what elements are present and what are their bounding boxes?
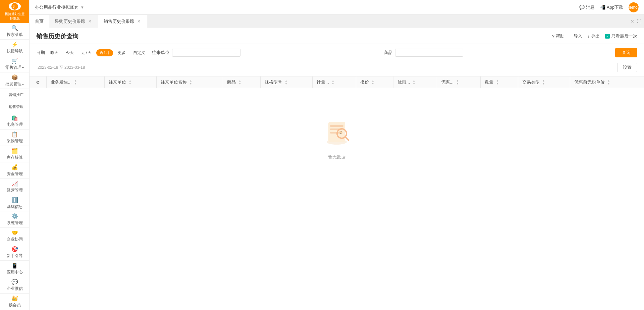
tab-close-icon[interactable]: ✕: [87, 19, 93, 24]
sidebar-item-label: 零售管理: [5, 65, 21, 70]
sidebar-item-app-center[interactable]: 📱 应用中心: [0, 261, 29, 277]
sidebar-item-enterprise-wechat[interactable]: 💬 企业微信: [0, 277, 29, 294]
only-last-checkbox[interactable]: ✓ 只看最后一次: [605, 33, 637, 39]
system-mgmt-icon: ⚙️: [11, 213, 18, 219]
page-header: 销售历史价查询 ? 帮助 ↑ 导入 ↓ 导出 ✓ 只看最后一次: [30, 28, 644, 44]
app-download-btn[interactable]: 📲 App下载: [600, 4, 623, 10]
th-spec[interactable]: 规格型号 ▲▼: [260, 76, 312, 88]
help-icon: ?: [552, 34, 554, 39]
th-product[interactable]: 商品 ▲▼: [223, 76, 261, 88]
product-label: 商品: [384, 50, 392, 56]
logo-icon: 6: [9, 2, 21, 10]
export-btn[interactable]: ↓ 导出: [588, 33, 600, 39]
import-btn[interactable]: ↑ 导入: [570, 33, 582, 39]
sort-icon: ▲▼: [542, 79, 545, 85]
date-btn-custom[interactable]: 自定义: [130, 49, 148, 56]
product-input[interactable]: [398, 50, 454, 55]
sort-icon: ▲▼: [332, 79, 334, 85]
partner-input-wrapper[interactable]: ···: [172, 49, 240, 57]
sidebar-item-label: 经营管理: [7, 188, 23, 193]
th-discount2-label: 优惠...: [441, 79, 453, 85]
enterprise-collab-icon: 🤝: [11, 229, 18, 236]
tab-sales-history[interactable]: 销售历史价跟踪 ✕: [98, 15, 147, 28]
sidebar-item-finance-mgmt[interactable]: 💰 资金管理: [0, 162, 29, 179]
query-button[interactable]: 查询: [615, 48, 637, 57]
date-btn-last7days[interactable]: 近7天: [78, 49, 94, 56]
sidebar-item-operation-mgmt[interactable]: 📈 经营管理: [0, 179, 29, 195]
close-all-icon[interactable]: ✕: [631, 19, 634, 24]
sidebar-item-system-mgmt[interactable]: ⚙️ 系统管理: [0, 211, 29, 228]
inventory-check-icon: 🗂️: [11, 148, 18, 154]
avatar[interactable]: demo2: [629, 2, 639, 12]
operation-mgmt-icon: 📈: [11, 180, 18, 187]
help-btn[interactable]: ? 帮助: [552, 33, 565, 39]
account-title: 办公用品行业模拟账套: [35, 4, 78, 10]
sidebar-item-search-menu[interactable]: 🔍 搜索菜单: [0, 23, 29, 40]
th-trade-type[interactable]: 交易类型 ▲▼: [518, 76, 570, 88]
sidebar-item-inventory-check[interactable]: 🗂️ 库存核算: [0, 146, 29, 162]
sort-icon: ▲▼: [74, 79, 77, 85]
svg-line-8: [345, 137, 348, 140]
sidebar-item-new-guide[interactable]: 🎯 新手引导: [0, 244, 29, 261]
sidebar-item-marketing[interactable]: 营销推广: [3, 89, 29, 101]
th-pretax-price[interactable]: 优惠前无税单价 ▲▼: [570, 76, 644, 88]
date-btn-today[interactable]: 今天: [63, 49, 76, 56]
tab-bar-actions: ✕ ⛶: [631, 19, 644, 24]
product-input-wrapper[interactable]: ···: [395, 49, 464, 57]
th-partner-code-label: 往来单位: [109, 79, 126, 85]
date-btn-yesterday[interactable]: 昨天: [48, 49, 61, 56]
setting-button[interactable]: 设置: [617, 63, 637, 72]
tab-purchase-history[interactable]: 采购历史价跟踪 ✕: [49, 15, 98, 28]
th-discount1[interactable]: 优惠... ▲▼: [393, 76, 437, 88]
table-container: ⚙ 业务发生... ▲▼ 往来单位 ▲▼: [30, 76, 644, 187]
sidebar-item-purchase-mgmt[interactable]: 📋 采购管理: [0, 130, 29, 146]
page-actions: ? 帮助 ↑ 导入 ↓ 导出 ✓ 只看最后一次: [552, 33, 637, 39]
sidebar-item-retail-mgmt[interactable]: 🛒 零售管理 ▾: [0, 56, 29, 72]
date-btn-more[interactable]: 更多: [115, 49, 128, 56]
th-quoted-price[interactable]: 报价 ▲▼: [356, 76, 393, 88]
header-left: 办公用品行业模拟账套 ▾: [35, 4, 84, 10]
date-filter-btns: 昨天 今天 近7天 近1月 更多 自定义: [48, 49, 148, 56]
filter-row-2: 2023-02-18 至 2023-03-18 设置: [36, 63, 637, 72]
th-quantity[interactable]: 数量 ▲▼: [481, 76, 518, 88]
svg-rect-4: [330, 125, 343, 127]
search-menu-icon: 🔍: [11, 25, 18, 31]
sort-icon: ▲▼: [372, 79, 374, 85]
sort-icon: ▲▼: [413, 79, 415, 85]
app-download-icon: 📲: [600, 5, 605, 10]
product-filter-group: 商品 ···: [384, 49, 611, 57]
th-biz-date[interactable]: 业务发生... ▲▼: [46, 76, 104, 88]
th-gear[interactable]: ⚙: [30, 76, 46, 88]
sidebar-logo: 6 畅捷通好生意 标准版: [0, 0, 29, 23]
th-partner-code[interactable]: 往来单位 ▲▼: [104, 76, 156, 88]
sidebar-item-ecommerce-mgmt[interactable]: 🛍️ 电商管理: [0, 113, 29, 130]
empty-state: 暂无数据: [30, 88, 644, 187]
sort-icon: ▲▼: [607, 79, 610, 85]
partner-input[interactable]: [175, 50, 231, 55]
svg-rect-6: [330, 132, 340, 134]
th-partner-name[interactable]: 往来单位名称 ▲▼: [156, 76, 223, 88]
sidebar-item-enterprise-collab[interactable]: 🤝 企业协同: [0, 228, 29, 244]
date-btn-last1month[interactable]: 近1月: [96, 49, 113, 56]
sidebar-item-label: 快捷导航: [7, 48, 23, 54]
member-icon: 👑: [11, 295, 18, 302]
sidebar-item-label: 企业微信: [7, 286, 23, 292]
tab-bar: 首页 采购历史价跟踪 ✕ 销售历史价跟踪 ✕ ✕ ⛶: [30, 15, 644, 28]
sidebar-item-label: 营销推广: [9, 92, 23, 97]
sidebar-item-wholesale-mgmt[interactable]: 📦 批发管理 ▴: [0, 72, 29, 89]
sidebar-item-basic-info[interactable]: ℹ️ 基础信息: [0, 195, 29, 212]
sidebar-item-label: 基础信息: [7, 204, 23, 210]
th-discount2[interactable]: 优惠... ▲▼: [437, 76, 481, 88]
sidebar-item-member[interactable]: 👑 畅会员: [0, 294, 29, 310]
sidebar-item-quick-nav[interactable]: ⚡ 快捷导航: [0, 40, 29, 56]
th-unit[interactable]: 计量... ▲▼: [312, 76, 356, 88]
sidebar-item-sales-mgmt[interactable]: 销售管理: [3, 101, 29, 113]
dropdown-icon[interactable]: ▾: [81, 5, 84, 10]
tab-close-icon[interactable]: ✕: [136, 19, 142, 24]
finance-mgmt-icon: 💰: [11, 164, 18, 170]
sidebar-item-label: 企业协同: [7, 237, 23, 242]
message-btn[interactable]: 💬 消息: [579, 4, 595, 10]
fullscreen-icon[interactable]: ⛶: [637, 19, 641, 24]
tab-home[interactable]: 首页: [30, 15, 49, 28]
table-header-row: ⚙ 业务发生... ▲▼ 往来单位 ▲▼: [30, 76, 644, 88]
